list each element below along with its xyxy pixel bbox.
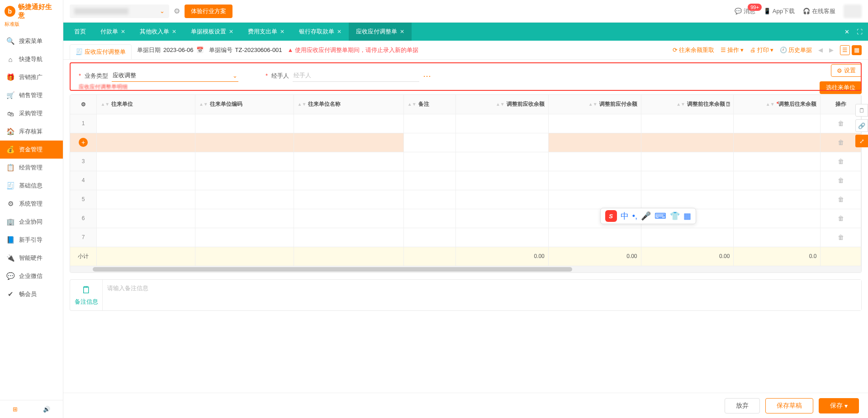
nav-item-智能硬件[interactable]: 🔌智能硬件	[0, 249, 63, 267]
col-remark[interactable]: ▲▼备注	[403, 95, 455, 114]
topbar: ⌄ ⚙ 体验行业方案 💬 消息 99+ 📱 App下载 🎧 在线客服	[63, 0, 868, 23]
col-pre-pay[interactable]: ▲▼调整前应付余额	[548, 95, 641, 114]
prev-icon[interactable]: ◀	[818, 47, 823, 53]
tab-应收应付调整单[interactable]: 应收应付调整单✕	[349, 23, 412, 41]
tab-首页[interactable]: 首页	[67, 23, 93, 41]
nav-item-销售管理[interactable]: 🛒销售管理	[0, 86, 63, 104]
rail-note-icon[interactable]: 🗒	[855, 104, 868, 117]
nav-item-资金管理[interactable]: 💰资金管理	[0, 141, 63, 159]
col-post-bal[interactable]: ▲▼*调整后往来余额	[734, 95, 821, 114]
view-grid-icon[interactable]: ▦	[852, 45, 862, 55]
close-all-icon[interactable]: ✕	[843, 27, 851, 37]
tab-费用支出单[interactable]: 费用支出单✕	[241, 23, 292, 41]
view-list-icon[interactable]: ☰	[840, 45, 850, 55]
ime-punct-icon[interactable]: •,	[632, 211, 637, 221]
delete-icon[interactable]: 🗑	[838, 139, 844, 146]
nav-item-企业微信[interactable]: 💬企业微信	[0, 267, 63, 285]
avatar[interactable]	[844, 5, 862, 18]
subtotal-row: 小计0.000.000.000.0	[70, 247, 861, 266]
delete-icon[interactable]: 🗑	[838, 234, 844, 241]
delete-icon[interactable]: 🗑	[838, 158, 844, 165]
form-title-text: 应收应付调整单	[85, 48, 126, 56]
calendar-icon[interactable]: 📅	[196, 47, 204, 53]
nav-item-快捷导航[interactable]: ⌂快捷导航	[0, 50, 63, 68]
close-icon[interactable]: ✕	[121, 28, 125, 35]
ime-keyboard-icon[interactable]: ⌨	[655, 211, 666, 221]
messages-link[interactable]: 💬 消息 99+	[735, 7, 755, 15]
col-pre-bal[interactable]: ▲▼调整前往来余额 ⍰	[641, 95, 734, 114]
table-row[interactable]: 1🗑	[70, 114, 861, 133]
nav-item-营销推广[interactable]: 🎁营销推广	[0, 68, 63, 86]
gear-icon[interactable]: ⚙	[174, 7, 180, 15]
ime-lang[interactable]: 中	[621, 211, 629, 221]
collapse-icon[interactable]: ⊞	[13, 406, 18, 413]
form-title: 🧾 应收应付调整单	[70, 44, 132, 60]
delete-icon[interactable]: 🗑	[838, 120, 844, 127]
nav-item-经营管理[interactable]: 📋经营管理	[0, 159, 63, 177]
nav-item-采购管理[interactable]: 🛍采购管理	[0, 104, 63, 122]
delete-icon[interactable]: 🗑	[838, 215, 844, 222]
tab-付款单[interactable]: 付款单✕	[93, 23, 133, 41]
ime-skin-icon[interactable]: 👕	[670, 211, 680, 221]
table-row[interactable]: 7🗑	[70, 228, 861, 247]
tab-单据模板设置[interactable]: 单据模板设置✕	[184, 23, 241, 41]
nav-item-基础信息[interactable]: 🧾基础信息	[0, 177, 63, 195]
table-row[interactable]: 4🗑	[70, 171, 861, 190]
service-link[interactable]: 🎧 在线客服	[803, 7, 835, 15]
remark-input[interactable]	[103, 280, 861, 310]
col-unit-code[interactable]: ▲▼往来单位编码	[195, 95, 294, 114]
sound-icon[interactable]: 🔊	[43, 406, 50, 413]
table-row[interactable]: 6🗑	[70, 209, 861, 228]
rail-attach-icon[interactable]: 🔗	[855, 119, 868, 132]
tab-其他收入单[interactable]: 其他收入单✕	[133, 23, 184, 41]
delete-icon[interactable]: 🗑	[838, 177, 844, 184]
col-unit[interactable]: ▲▼往来单位	[97, 95, 195, 114]
gear-column[interactable]: ⚙	[70, 95, 97, 114]
tab-银行存取款单[interactable]: 银行存取款单✕	[292, 23, 349, 41]
discard-button[interactable]: 放弃	[725, 398, 760, 413]
close-icon[interactable]: ✕	[400, 28, 404, 35]
print-link[interactable]: 🖨 打印 ▾	[750, 46, 773, 54]
history-link[interactable]: 🕘 历史单据	[780, 46, 812, 54]
biz-type-select[interactable]: 应收调整 ⌄	[112, 70, 238, 82]
nav-item-系统管理[interactable]: ⚙系统管理	[0, 195, 63, 213]
more-icon[interactable]: ⋯	[423, 71, 431, 81]
close-icon[interactable]: ✕	[229, 28, 233, 35]
save-draft-button[interactable]: 保存草稿	[765, 398, 813, 413]
nav-label: 系统管理	[19, 200, 43, 208]
ime-mic-icon[interactable]: 🎤	[641, 211, 651, 221]
next-icon[interactable]: ▶	[829, 47, 834, 53]
close-icon[interactable]: ✕	[280, 28, 285, 35]
operations-link[interactable]: ☰ 操作 ▾	[721, 46, 744, 54]
table-row[interactable]: 5🗑	[70, 190, 861, 209]
nav-icon: 💬	[6, 272, 14, 280]
remark-section: 🗒 备注信息	[70, 279, 862, 311]
doc-code-label: 单据编号	[209, 46, 232, 54]
nav-label: 企业协同	[19, 218, 43, 226]
trial-button[interactable]: 体验行业方案	[185, 5, 232, 18]
nav-item-畅会员[interactable]: ✔畅会员	[0, 285, 63, 303]
handler-input[interactable]: 经手人	[293, 70, 419, 82]
delete-icon[interactable]: 🗑	[838, 196, 844, 203]
add-row-icon[interactable]: +	[79, 138, 88, 147]
org-selector[interactable]: ⌄	[70, 5, 169, 18]
nav-item-新手引导[interactable]: 📘新手引导	[0, 231, 63, 249]
rail-expand-icon[interactable]: ⤢	[855, 135, 868, 147]
col-unit-name[interactable]: ▲▼往来单位名称	[294, 95, 403, 114]
app-download-link[interactable]: 📱 App下载	[764, 7, 795, 15]
nav-item-搜索菜单[interactable]: 🔍搜索菜单	[0, 32, 63, 50]
form-header-actions: ⟳ 往来余额重取 ☰ 操作 ▾ 🖨 打印 ▾ 🕘 历史单据 ◀ ▶ ☰ ▦	[673, 45, 862, 55]
horizontal-scrollbar[interactable]	[70, 266, 861, 272]
ime-toolbar[interactable]: S 中 •, 🎤 ⌨ 👕 ▦	[600, 208, 696, 224]
ime-grid-icon[interactable]: ▦	[683, 211, 691, 221]
save-button[interactable]: 保存 ▾	[819, 398, 859, 413]
close-icon[interactable]: ✕	[172, 28, 176, 35]
reget-balance-link[interactable]: ⟳ 往来余额重取	[673, 46, 714, 54]
table-row[interactable]: +🗑	[70, 133, 861, 152]
table-row[interactable]: 3🗑	[70, 152, 861, 171]
nav-item-企业协同[interactable]: 🏢企业协同	[0, 213, 63, 231]
nav-item-库存核算[interactable]: 🏠库存核算	[0, 122, 63, 141]
close-icon[interactable]: ✕	[337, 28, 342, 35]
col-pre-recv[interactable]: ▲▼调整前应收余额	[455, 95, 548, 114]
fullscreen-icon[interactable]: ⛶	[855, 27, 864, 37]
